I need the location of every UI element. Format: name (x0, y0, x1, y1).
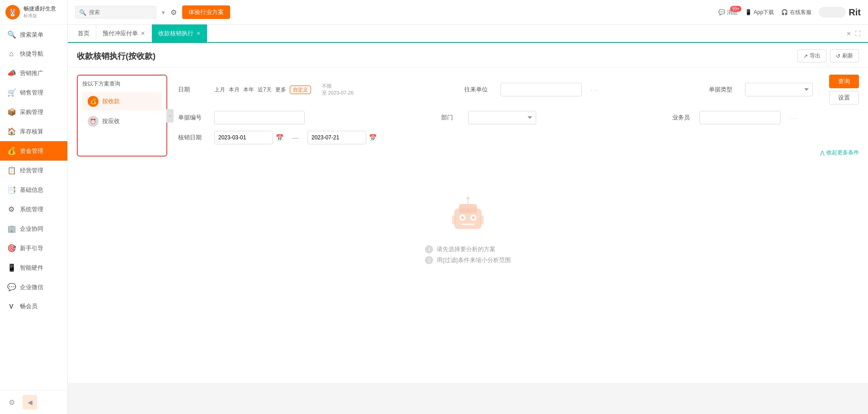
tab-home-label: 首页 (78, 29, 90, 38)
user-avatar[interactable] (819, 7, 846, 18)
topbar-right: 💬 消息 99+ 📱 App下载 🎧 在线客服 Rit (718, 7, 861, 18)
export-button[interactable]: ↗ 导出 (797, 49, 826, 62)
doc-type-select[interactable] (745, 83, 813, 96)
sidebar-item-wechat[interactable]: 💬 企业微信 (0, 277, 67, 297)
topbar-gear-icon[interactable]: ⚙ (170, 8, 177, 17)
department-select[interactable] (468, 111, 536, 124)
query-button[interactable]: 查询 (829, 75, 859, 88)
tab-prepay[interactable]: 预付冲应付单 ✕ (96, 24, 152, 43)
sidebar-item-purchase[interactable]: 📦 采购管理 (0, 102, 67, 122)
verify-date-start-input[interactable] (214, 131, 273, 144)
sidebar-menu: 🔍 搜索菜单 ⌂ 快捷导航 📣 营销推广 🛒 销售管理 📦 采购管理 🏠 库存核… (0, 25, 67, 390)
industry-solution-button[interactable]: 体验行业方案 (182, 5, 230, 19)
search-icon: 🔍 (79, 9, 86, 16)
app-download-button[interactable]: 📱 App下载 (745, 9, 774, 16)
sidebar-item-finance[interactable]: 💰 资金管理 (0, 141, 67, 161)
empty-tips: 1 请先选择要分析的方案 2 用[过滤]条件来缩小分析范围 (425, 245, 510, 264)
user-rit-text: Rit (849, 7, 861, 18)
verify-date-start-wrap: 📅 (214, 131, 283, 144)
tab-close-all-icon[interactable]: ✕ (846, 30, 851, 37)
logo-icon: 🐰 (5, 5, 20, 19)
sidebar-item-label: 搜索菜单 (20, 31, 43, 39)
verify-date-end-cal-icon[interactable]: 📅 (369, 134, 377, 141)
finance-icon: 💰 (7, 147, 15, 155)
empty-tip-2: 2 用[过滤]条件来缩小分析范围 (425, 256, 510, 264)
sidebar-item-inventory[interactable]: 🏠 库存核算 (0, 122, 67, 141)
filter-option-by-receipt[interactable]: 💰 按收款 (82, 92, 162, 110)
guide-icon: 🎯 (7, 244, 15, 252)
date-custom[interactable]: 自定义 (290, 86, 311, 94)
empty-state-icon (445, 193, 491, 238)
sidebar-item-search[interactable]: 🔍 搜索菜单 (0, 25, 67, 44)
filter-panel-collapse-icon[interactable]: ‹ (166, 109, 174, 123)
sidebar-item-enterprise[interactable]: 🏢 企业协同 (0, 219, 67, 238)
date-last-7-days[interactable]: 近7天 (258, 86, 272, 94)
basic-icon: 📑 (7, 186, 15, 194)
wechat-icon: 💬 (7, 283, 15, 291)
partner-label: 往来单位 (464, 86, 491, 94)
staff-label: 业务员 (672, 114, 690, 122)
setting-button[interactable]: 设置 (829, 91, 859, 105)
sidebar-item-guide[interactable]: 🎯 新手引导 (0, 238, 67, 258)
filter-option-by-receivable[interactable]: ⏰ 按应收 (82, 112, 162, 130)
service-label: 在线客服 (790, 9, 811, 16)
empty-state: 1 请先选择要分析的方案 2 用[过滤]条件来缩小分析范围 (68, 157, 868, 300)
sidebar-item-hardware[interactable]: 📱 智能硬件 (0, 258, 67, 277)
sidebar-item-member[interactable]: V 畅会员 (0, 297, 67, 316)
sidebar-item-basic[interactable]: 📑 基础信息 (0, 180, 67, 200)
sidebar-logo: 🐰 畅捷通好生意 标准版 (0, 0, 67, 25)
online-service-button[interactable]: 🎧 在线客服 (781, 9, 811, 16)
receivable-icon: ⏰ (88, 116, 99, 127)
settings-button[interactable]: ⚙ (5, 395, 19, 409)
sidebar-item-label: 基础信息 (20, 186, 43, 194)
purchase-icon: 📦 (7, 108, 15, 116)
sidebar-item-business[interactable]: 📋 经营管理 (0, 161, 67, 180)
sidebar-item-marketing[interactable]: 📣 营销推广 (0, 63, 67, 83)
tab-receivable[interactable]: 收款核销执行 ✕ (152, 24, 208, 43)
filter-option-receivable-label: 按应收 (102, 117, 120, 125)
sidebar-collapse-button[interactable]: ◀ (23, 395, 37, 409)
date-this-year[interactable]: 本年 (243, 86, 254, 94)
sidebar-item-sales[interactable]: 🛒 销售管理 (0, 83, 67, 102)
date-last-month[interactable]: 上月 (214, 86, 225, 94)
tab-receivable-label: 收款核销执行 (158, 29, 193, 38)
receipt-icon: 💰 (88, 96, 99, 107)
message-button[interactable]: 💬 消息 99+ (718, 9, 738, 16)
search-input[interactable] (89, 9, 143, 15)
tab-actions: ✕ ⛶ (843, 30, 864, 37)
main-area: 🔍 ▾ ⚙ 体验行业方案 💬 消息 99+ 📱 App下载 🎧 在线客服 Rit (68, 0, 868, 414)
filter-right-area: 日期 上月 本月 本年 近7天 更多 自定义 不限 至 2023-07-26 (167, 75, 859, 157)
doc-type-label: 单据类型 (709, 86, 736, 94)
page-title: 收款核销执行(按收款) (77, 51, 156, 62)
filter-section: 按以下方案查询 💰 按收款 ⏰ 按应收 ‹ 日期 (68, 67, 868, 157)
staff-more-icon[interactable]: ··· (790, 114, 797, 121)
date-to-label: 至 2023-07-26 (322, 90, 354, 96)
partner-more-icon[interactable]: ··· (591, 86, 599, 93)
tab-prepay-close-icon[interactable]: ✕ (141, 30, 145, 37)
business-icon: 📋 (7, 166, 15, 175)
verify-date-end-input[interactable] (307, 131, 366, 144)
tab-expand-icon[interactable]: ⛶ (855, 30, 861, 37)
verify-date-start-cal-icon[interactable]: 📅 (276, 134, 283, 141)
page-content: 收款核销执行(按收款) ↗ 导出 ↺ 刷新 按以下方案查询 💰 (68, 43, 868, 414)
search-box[interactable]: 🔍 (75, 6, 156, 19)
topbar: 🔍 ▾ ⚙ 体验行业方案 💬 消息 99+ 📱 App下载 🎧 在线客服 Rit (68, 0, 868, 25)
collapse-more-button[interactable]: ⋀ 收起更多条件 (820, 149, 859, 157)
tab-receivable-close-icon[interactable]: ✕ (196, 30, 201, 37)
system-icon: ⚙ (7, 205, 15, 214)
refresh-button[interactable]: ↺ 刷新 (830, 49, 859, 62)
sidebar-item-label: 畅会员 (20, 302, 38, 310)
sidebar-item-quick-nav[interactable]: ⌂ 快捷导航 (0, 44, 67, 63)
tab-prepay-label: 预付冲应付单 (103, 29, 138, 38)
date-more[interactable]: 更多 (275, 86, 286, 94)
sidebar-item-system[interactable]: ⚙ 系统管理 (0, 200, 67, 219)
date-this-month[interactable]: 本月 (229, 86, 240, 94)
app-icon: 📱 (745, 9, 752, 15)
search-dropdown-icon[interactable]: ▾ (162, 9, 165, 16)
partner-input[interactable] (500, 83, 582, 96)
page-header: 收款核销执行(按收款) ↗ 导出 ↺ 刷新 (68, 43, 868, 67)
doc-no-input[interactable] (214, 111, 305, 124)
hardware-icon: 📱 (7, 263, 15, 272)
staff-input[interactable] (699, 111, 781, 124)
tab-home[interactable]: 首页 (71, 24, 96, 43)
